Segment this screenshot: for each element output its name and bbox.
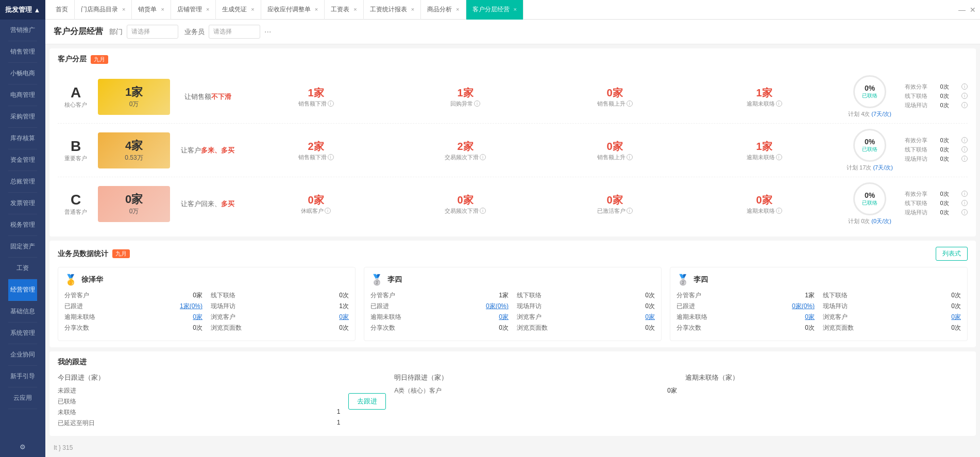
dept-select[interactable]: 请选择 [127, 25, 178, 39]
info-icon-action[interactable]: i [961, 102, 968, 108]
info-icon-action[interactable]: i [961, 137, 968, 143]
main-area: 首页门店商品目录×销货单×店铺管理×生成凭证×应收应付调整单×工资表×工资统计报… [45, 0, 980, 457]
tomorrow-row-0: A类（核心）客户0家 [394, 386, 677, 395]
info-icon[interactable]: i [328, 100, 334, 107]
staff-row-rval-0-2[interactable]: 0家 [339, 313, 349, 321]
plan-link-A[interactable]: (7天/次) [871, 111, 891, 117]
tier-contact-C: 0% 已联络 计划 0次 (0天/次) [839, 182, 901, 225]
sidebar-item-新手引导[interactable]: 新手引导 [8, 366, 37, 387]
list-view-button[interactable]: 列表式 [936, 247, 968, 261]
today-row-0: 未跟进 [58, 386, 340, 395]
tab-店铺管理[interactable]: 店铺管理× [171, 0, 216, 20]
info-icon[interactable]: i [328, 154, 334, 160]
stat-num-C-3: 0家 [756, 193, 772, 207]
staff-row-rlabel-1-3: 浏览页面数 [517, 324, 548, 332]
staff-row-val-0-1[interactable]: 1家(0%) [180, 302, 202, 311]
sidebar-item-系统管理[interactable]: 系统管理 [8, 323, 37, 344]
info-icon-action[interactable]: i [961, 191, 968, 197]
staff-row-right-0-0: 线下联络 0次 [211, 291, 349, 300]
contact-status-A: 已联络 [862, 92, 877, 99]
tab-close-icon[interactable]: × [411, 7, 414, 12]
gear-icon[interactable]: ⚙ [0, 437, 45, 457]
info-icon-action[interactable]: i [961, 146, 968, 153]
tab-门店商品目录[interactable]: 门店商品目录× [75, 0, 132, 20]
sidebar-item-云应用[interactable]: 云应用 [8, 387, 37, 409]
sidebar-toggle-icon[interactable]: ▲ [34, 6, 41, 14]
info-icon[interactable]: i [480, 154, 486, 160]
plan-link-C[interactable]: (0天/次) [871, 218, 891, 224]
staff-row-rval-2-2[interactable]: 0家 [951, 313, 961, 321]
staff-row-rlabel-2-2: 浏览客户 [823, 313, 848, 321]
staff-row-left-1-2: 逾期未联络 0家 [370, 313, 509, 321]
tab-close-icon[interactable]: × [122, 7, 125, 12]
window-minimize-icon[interactable]: — [958, 6, 966, 14]
tab-生成凭证[interactable]: 生成凭证× [216, 0, 261, 20]
info-icon[interactable]: i [474, 100, 480, 107]
tab-客户分层经营[interactable]: 客户分层经营× [466, 0, 523, 20]
tab-商品分析[interactable]: 商品分析× [421, 0, 466, 20]
staff-row-val-1-2[interactable]: 0家 [499, 313, 509, 321]
tab-工资表[interactable]: 工资表× [325, 0, 363, 20]
staff-row-val-2-2[interactable]: 0家 [805, 313, 815, 321]
tab-首页[interactable]: 首页 [49, 0, 75, 20]
sidebar-item-基础信息[interactable]: 基础信息 [8, 301, 37, 323]
sidebar-item-企业协同[interactable]: 企业协同 [8, 344, 37, 366]
info-icon[interactable]: i [627, 154, 633, 160]
tab-close-icon[interactable]: × [315, 7, 318, 12]
tab-close-icon[interactable]: × [456, 7, 459, 12]
staff-row-val-1-1[interactable]: 0家(0%) [486, 302, 509, 311]
info-icon-action[interactable]: i [961, 209, 968, 215]
tier-stats-C: 0家 休眠客户 i 0家 交易频次下滑 i 0家 已激活客户 i 0家 逾期未联… [241, 191, 839, 217]
staff-row-val-2-1[interactable]: 0家(0%) [792, 302, 815, 311]
contact-pct-B: 0% [865, 138, 875, 146]
tab-close-icon[interactable]: × [514, 7, 517, 12]
tab-应收应付调整单[interactable]: 应收应付调整单× [261, 0, 325, 20]
sidebar-item-营销推广[interactable]: 营销推广 [8, 20, 37, 41]
info-icon[interactable]: i [776, 208, 782, 214]
sidebar-item-工资[interactable]: 工资 [8, 258, 37, 279]
plan-link-B[interactable]: (7天/次) [873, 164, 893, 171]
sales-select[interactable]: 请选择 [209, 25, 260, 39]
info-icon[interactable]: i [480, 208, 486, 214]
tab-close-icon[interactable]: × [161, 7, 164, 12]
sidebar-top[interactable]: 批发管理 ▲ [0, 0, 45, 20]
go-follow-button[interactable]: 去跟进 [348, 393, 386, 410]
info-icon-action[interactable]: i [961, 200, 968, 206]
sidebar-item-发票管理[interactable]: 发票管理 [8, 193, 37, 214]
tab-销货单[interactable]: 销货单× [132, 0, 171, 20]
tab-close-icon[interactable]: × [251, 7, 254, 12]
sidebar-item-采购管理[interactable]: 采购管理 [8, 106, 37, 128]
content-area: 客户分层经营 部门 请选择 业务员 请选择 ··· 客户分层 九月 A 核心客户… [45, 20, 980, 457]
action-row-B-0: 有效分享 0次 i [905, 137, 968, 144]
tab-close-icon[interactable]: × [206, 7, 209, 12]
action-count-A-2: 0次 [940, 101, 949, 109]
info-icon[interactable]: i [776, 100, 782, 107]
sidebar-item-资金管理[interactable]: 资金管理 [8, 149, 37, 171]
more-options-icon[interactable]: ··· [264, 27, 271, 37]
info-icon-action[interactable]: i [961, 93, 968, 99]
tab-工资统计报表[interactable]: 工资统计报表× [364, 0, 421, 20]
action-count-C-1: 0次 [940, 199, 949, 207]
staff-row-val-0-2[interactable]: 0家 [193, 313, 202, 321]
biz-section-header: 业务员数据统计 九月 列表式 [58, 247, 968, 261]
sidebar-item-小畅电商[interactable]: 小畅电商 [8, 63, 37, 84]
tab-close-icon[interactable]: × [353, 7, 357, 12]
sidebar-item-税务管理[interactable]: 税务管理 [8, 214, 37, 236]
info-icon-action[interactable]: i [961, 156, 968, 162]
sidebar-item-库存核算[interactable]: 库存核算 [8, 128, 37, 149]
staff-row-rval-1-2[interactable]: 0家 [645, 313, 655, 321]
info-icon[interactable]: i [325, 208, 331, 214]
action-label-B-2: 现场拜访 [905, 155, 927, 163]
sidebar-item-电商管理[interactable]: 电商管理 [8, 84, 37, 106]
info-icon-action[interactable]: i [961, 83, 968, 90]
action-count-C-2: 0次 [940, 209, 949, 216]
sidebar-item-固定资产[interactable]: 固定资产 [8, 236, 37, 258]
info-icon[interactable]: i [776, 154, 782, 160]
info-icon[interactable]: i [627, 208, 633, 214]
sidebar-item-销售管理[interactable]: 销售管理 [8, 41, 37, 63]
sidebar-item-总账管理[interactable]: 总账管理 [8, 171, 37, 193]
info-icon[interactable]: i [627, 100, 633, 107]
window-close-icon[interactable]: ✕ [970, 6, 976, 14]
sidebar-item-经营管理[interactable]: 经营管理 [8, 279, 37, 301]
tomorrow-follow-title: 明日待跟进（家） [394, 373, 677, 382]
